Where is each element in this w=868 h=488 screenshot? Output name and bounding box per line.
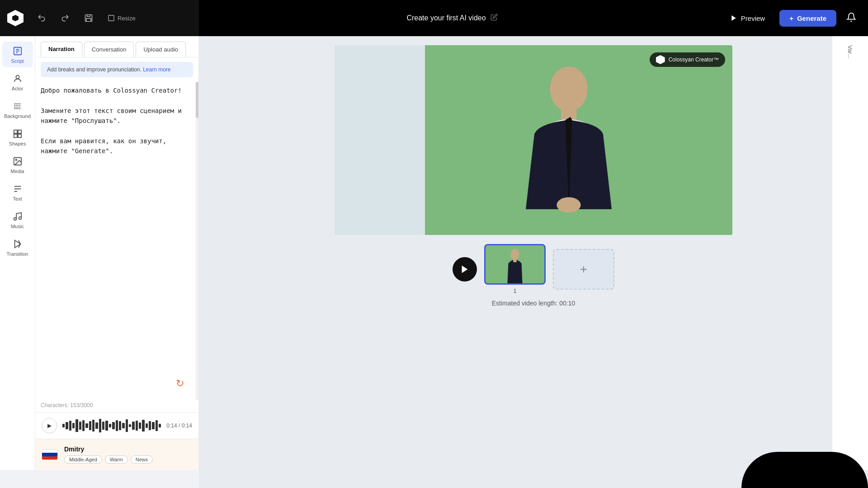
tab-upload-audio[interactable]: Upload audio — [136, 42, 186, 57]
svg-point-18 — [14, 218, 16, 221]
svg-point-17 — [15, 159, 17, 160]
sidebar-icons: Script Actor Background Shapes Media — [0, 36, 35, 470]
actor-figure — [510, 63, 627, 235]
svg-rect-13 — [18, 130, 21, 133]
timeline: 1 + — [453, 244, 614, 294]
app-logo — [7, 10, 24, 26]
resize-label: Resize — [118, 15, 136, 22]
top-bar: Resize Create your first AI video Previe… — [0, 0, 868, 36]
audio-play-button[interactable]: ▶ — [42, 418, 57, 433]
script-panel: Narration Conversation Upload audio Add … — [35, 36, 199, 470]
edit-title-icon[interactable] — [491, 14, 498, 23]
watermark: Colossyan Creator™ — [650, 52, 725, 67]
svg-point-21 — [550, 67, 588, 112]
top-bar-center: Create your first AI video — [199, 0, 705, 36]
video-preview: Colossyan Creator™ — [335, 45, 732, 235]
actor-card[interactable]: Dmitry Middle-Aged Warm News — [35, 439, 198, 470]
sidebar-item-text[interactable]: Text — [2, 179, 33, 205]
audio-timestamp: 0:14 / 0:14 — [166, 422, 192, 429]
audio-player: ▶ — [35, 412, 198, 439]
timeline-play-button[interactable] — [453, 257, 477, 282]
scrollbar-thumb[interactable] — [196, 82, 198, 118]
svg-marker-24 — [462, 265, 468, 273]
watermark-logo — [656, 55, 665, 64]
sidebar-item-actor[interactable]: Actor — [2, 69, 33, 95]
svg-point-7 — [16, 75, 19, 79]
notifications-button[interactable] — [844, 9, 859, 27]
add-slide-button[interactable]: + — [553, 249, 614, 290]
sidebar-item-transition[interactable]: Transition — [2, 235, 33, 260]
pronunciation-tip: Add breaks and improve pronunciation. Le… — [41, 62, 193, 77]
sidebar-item-media[interactable]: Media — [2, 152, 33, 178]
svg-rect-26 — [513, 258, 517, 262]
variant-label: Var... — [847, 45, 854, 58]
audio-waveform — [62, 418, 161, 433]
slide-1-container: 1 — [484, 244, 546, 294]
svg-rect-12 — [14, 130, 17, 133]
script-tabs: Narration Conversation Upload audio — [35, 36, 198, 57]
top-bar-right: Preview + Generate — [705, 0, 868, 36]
svg-rect-15 — [18, 134, 21, 137]
estimated-length: Estimated video length: 00:10 — [492, 300, 575, 307]
svg-point-19 — [19, 217, 21, 220]
canvas-area: Colossyan Creator™ 1 + Estimated video l… — [199, 36, 868, 488]
tab-narration[interactable]: Narration — [41, 42, 82, 57]
script-textarea[interactable] — [41, 85, 193, 221]
svg-rect-14 — [14, 134, 17, 137]
tab-conversation[interactable]: Conversation — [84, 42, 134, 57]
preview-button[interactable]: Preview — [723, 11, 772, 26]
actor-tag-genre: News — [131, 455, 153, 464]
learn-more-link[interactable]: Learn more — [143, 66, 170, 73]
sidebar-item-shapes[interactable]: Shapes — [2, 124, 33, 150]
sidebar-item-background[interactable]: Background — [2, 97, 33, 122]
svg-rect-1 — [108, 15, 114, 21]
toolbar-tools: Resize — [34, 11, 138, 25]
project-title: Create your first AI video — [406, 14, 486, 22]
svg-marker-2 — [731, 15, 736, 21]
redo-button[interactable] — [58, 11, 72, 25]
actor-tag-style: Warm — [105, 455, 128, 464]
generate-button[interactable]: + Generate — [779, 10, 836, 27]
character-count: Characters: 153/3000 — [35, 400, 198, 412]
script-text-container: ↻ — [35, 82, 198, 400]
actor-info: Dmitry Middle-Aged Warm News — [64, 446, 153, 464]
actor-tag-age: Middle-Aged — [64, 455, 102, 464]
actor-flag — [42, 449, 58, 460]
sidebar-item-script[interactable]: Script — [2, 42, 33, 67]
scrollbar-track[interactable] — [196, 82, 198, 400]
svg-point-25 — [510, 249, 519, 259]
top-bar-left: Resize — [0, 0, 199, 36]
watermark-text: Colossyan Creator™ — [669, 56, 719, 63]
save-button[interactable] — [81, 11, 96, 25]
video-bg-left — [335, 45, 425, 235]
slide-1-number: 1 — [484, 287, 546, 294]
actor-tags: Middle-Aged Warm News — [64, 455, 153, 464]
svg-point-23 — [557, 197, 580, 212]
right-panel: Var... — [832, 36, 868, 470]
actor-name: Dmitry — [64, 446, 153, 453]
bottom-arc-decoration — [741, 452, 868, 488]
refresh-script-icon[interactable]: ↻ — [176, 378, 189, 391]
sidebar-item-music[interactable]: Music — [2, 207, 33, 233]
undo-button[interactable] — [34, 11, 49, 25]
resize-button[interactable]: Resize — [105, 12, 138, 24]
slide-1-thumbnail[interactable] — [484, 244, 546, 285]
svg-marker-20 — [14, 240, 20, 248]
